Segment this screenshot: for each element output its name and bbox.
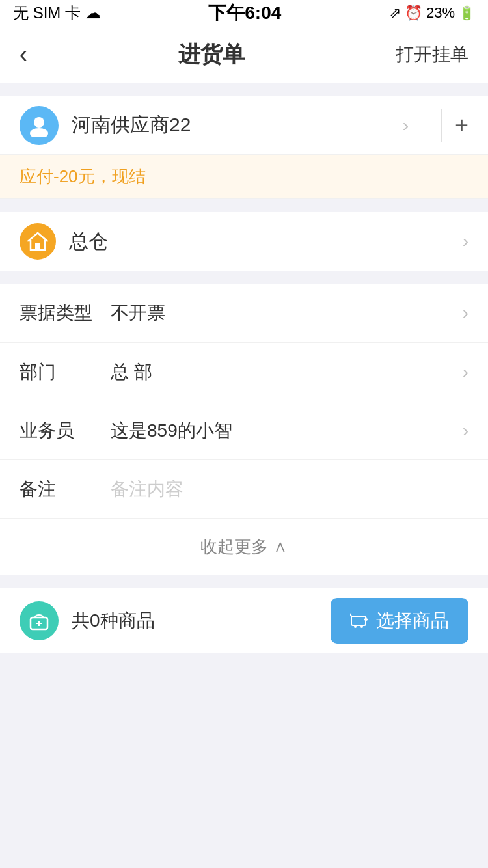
form-card: 票据类型 不开票 › 部门 总 部 › 业务员 这是859的小智 › 备注 备注… [0,284,488,575]
warehouse-icon [20,223,56,260]
battery-icon: 🔋 [459,5,475,21]
status-right: ⇗ ⏰ 23% 🔋 [389,5,475,21]
status-bar: 无 SIM 卡 ☁ 下午6:04 ⇗ ⏰ 23% 🔋 [0,0,488,26]
gap-1 [0,83,488,96]
supplier-chevron-icon: › [403,115,409,136]
add-supplier-button[interactable]: + [455,112,468,139]
signal-icon: ⇗ [389,5,401,21]
svg-point-8 [354,625,357,628]
remark-placeholder: 备注内容 [98,477,468,502]
form-row-salesperson[interactable]: 业务员 这是859的小智 › [0,401,488,459]
svg-rect-3 [35,243,40,250]
bottom-action-bar: 共0种商品 选择商品 [0,588,488,653]
warehouse-chevron-icon: › [463,231,468,252]
supplier-card: 河南供应商22 › + 应付-20元，现结 [0,96,488,199]
form-row-invoice[interactable]: 票据类型 不开票 › [0,284,488,342]
status-time: 下午6:04 [208,1,281,25]
department-chevron-icon: › [463,362,468,383]
remark-label: 备注 [20,477,98,502]
nav-bar: ‹ 进货单 打开挂单 [0,26,488,83]
gap-2 [0,199,488,212]
supplier-avatar [20,106,59,145]
status-left: 无 SIM 卡 ☁ [13,3,101,23]
svg-line-10 [350,614,351,616]
product-icon [20,601,59,640]
salesperson-value: 这是859的小智 [98,418,463,443]
house-icon [27,232,48,251]
supplier-name: 河南供应商22 [72,112,403,139]
warehouse-name: 总仓 [69,228,463,255]
bag-icon [28,610,50,632]
form-row-remark[interactable]: 备注 备注内容 [0,459,488,518]
battery-text: 23% [426,5,455,21]
svg-point-1 [30,128,48,137]
form-row-department[interactable]: 部门 总 部 › [0,342,488,401]
open-pending-button[interactable]: 打开挂单 [396,42,468,67]
no-sim-text: 无 SIM 卡 ☁ [13,3,101,23]
supplier-divider [441,109,442,142]
salesperson-label: 业务员 [20,418,98,443]
gap-3 [0,271,488,284]
person-icon [27,114,51,137]
svg-rect-7 [351,616,366,625]
svg-point-0 [34,117,44,128]
invoice-label: 票据类型 [20,301,98,325]
salesperson-chevron-icon: › [463,420,468,441]
invoice-value: 不开票 [98,301,463,325]
warehouse-row[interactable]: 总仓 › [0,212,488,271]
department-label: 部门 [20,360,98,385]
select-product-label: 选择商品 [376,608,449,633]
cart-icon [350,612,370,629]
warehouse-card: 总仓 › [0,212,488,271]
page-background [0,653,488,848]
department-value: 总 部 [98,360,463,385]
page-title: 进货单 [178,40,245,70]
supplier-notice: 应付-20元，现结 [0,155,488,199]
svg-point-9 [360,625,363,628]
alarm-icon: ⏰ [405,5,422,21]
back-button[interactable]: ‹ [20,41,27,68]
invoice-chevron-icon: › [463,303,468,323]
supplier-row[interactable]: 河南供应商22 › + [0,96,488,155]
collapse-button[interactable]: 收起更多 ∧ [0,518,488,575]
select-product-button[interactable]: 选择商品 [331,598,468,644]
product-count-text: 共0种商品 [72,608,331,633]
